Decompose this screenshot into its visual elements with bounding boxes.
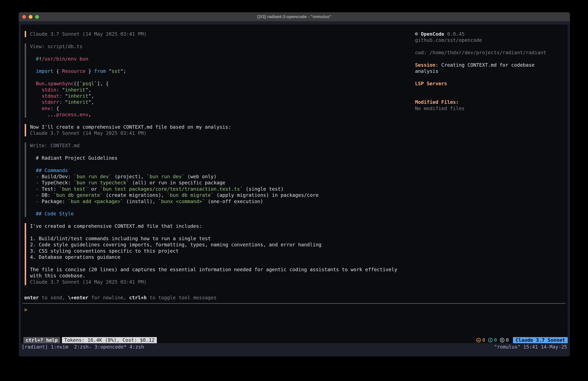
- text-span: I've created a comprehensive CONTEXT.md …: [30, 223, 202, 229]
- text-span: `bun db generate`: [53, 192, 103, 198]
- text-span: -: [36, 180, 39, 185]
- chat-block-assistant: Claude 3.7 Sonnet (14 May 2025 03:41 PM): [25, 31, 413, 37]
- window-titlebar[interactable]: [2/3] radiant:3:opencode - "romulus": [19, 12, 570, 21]
- text-span: [30, 180, 36, 185]
- text-span: © OpenCode: [415, 31, 444, 37]
- message-input[interactable]: >: [24, 307, 27, 313]
- text-span: 4. Database operations guidance: [30, 254, 120, 260]
- tmux-statusline: [radiant] 1:nvim 2:zsh- 3:opencode* 4:zs…: [22, 344, 567, 350]
- zoom-button[interactable]: [35, 15, 39, 19]
- text-span: process: [56, 112, 77, 117]
- statusbar-spacer: [157, 337, 476, 343]
- text-span: \+enter: [68, 295, 88, 300]
- sidebar-line: [415, 44, 568, 49]
- text-span: 0.0.45: [444, 31, 464, 37]
- hint-line: enter to send, \+enter for newline, ctrl…: [24, 295, 216, 301]
- text-span: [30, 168, 36, 173]
- chat-gap: [21, 136, 413, 143]
- text-span: ",: [88, 93, 94, 99]
- text-span: !: [39, 56, 42, 62]
- text-span: (one-off execution): [205, 199, 263, 204]
- text-span: ": [62, 99, 68, 105]
- chat-line: ## Code Style: [30, 211, 413, 217]
- h-circle-icon: h: [500, 338, 504, 342]
- text-span: (create migrations),: [103, 192, 167, 198]
- diagnostic-count: 0: [482, 337, 485, 343]
- sidebar-line: © OpenCode 0.0.45: [415, 31, 568, 37]
- input-separator: [22, 303, 566, 304]
- diagnostic-w: w0: [476, 337, 485, 343]
- text-span: `], {: [94, 81, 109, 86]
- text-span: {: [53, 106, 59, 111]
- model-badge[interactable]: Claude 3.7 Sonnet: [513, 337, 568, 343]
- chat-line: ## Commands: [30, 167, 413, 174]
- text-span: inherit: [65, 87, 85, 93]
- text-span: [30, 174, 36, 179]
- tokens-cost-badge: Tokens: 16.4K (8%), Cost: $0.12: [62, 337, 157, 343]
- text-span: inherit: [68, 93, 88, 99]
- diagnostic-count: 0: [494, 337, 497, 343]
- text-span: ": [62, 93, 68, 99]
- text-span: `bun test packages/core/test/transaction…: [100, 186, 243, 192]
- chat-block-assistant: Now I'll create a comprehensive CONTEXT.…: [25, 124, 413, 136]
- keybinding-hints: enter to send, \+enter for newline, ctrl…: [24, 295, 216, 301]
- window-title: [2/3] radiant:3:opencode - "romulus": [257, 14, 331, 19]
- text-span: {: [53, 68, 62, 74]
- text-span: ...: [30, 112, 56, 117]
- text-span: # Radiant Project Guidelines: [30, 155, 117, 161]
- text-span: github.com/sst/opencode: [415, 37, 482, 43]
- text-span: Bun: [36, 81, 44, 86]
- text-span: Modified Files:: [415, 99, 459, 105]
- text-span: [30, 56, 36, 62]
- text-span: ## Commands: [36, 168, 68, 173]
- close-button[interactable]: [22, 15, 26, 19]
- window-controls: [22, 12, 39, 21]
- text-span: cwd: /home/thdxr/dev/projects/radiant/ra…: [415, 50, 546, 55]
- text-span: [30, 93, 42, 99]
- text-span: }: [85, 68, 94, 74]
- chat-line: Write: CONTEXT.md: [30, 143, 413, 149]
- chat-line: The file is concise (20 lines) and captu…: [30, 267, 413, 273]
- text-span: `bun add <package>`: [68, 199, 123, 204]
- text-span: :: [59, 93, 62, 99]
- sidebar-line: [415, 56, 568, 62]
- text-span: .: [44, 81, 47, 86]
- text-span: psql: [83, 81, 94, 86]
- help-badge[interactable]: ctrl+? help: [23, 337, 60, 343]
- text-span: or: [88, 186, 100, 192]
- text-span: ";: [120, 68, 126, 74]
- text-span: :: [56, 87, 59, 93]
- chat-line: Now I'll create a comprehensive CONTEXT.…: [30, 124, 413, 130]
- text-span: (project),: [112, 174, 147, 179]
- sidebar-line: analysis: [415, 68, 568, 74]
- text-span: import: [36, 68, 53, 74]
- text-span: `bun run typecheck`: [74, 180, 129, 185]
- chat-line: Claude 3.7 Sonnet (14 May 2025 03:41 PM): [30, 31, 413, 37]
- text-span: [30, 199, 36, 204]
- text-span: analysis: [415, 68, 439, 74]
- chat-line: stderr: "inherit",: [30, 99, 413, 105]
- minimize-button[interactable]: [29, 15, 32, 19]
- text-span: 2. Code style guidelines covering import…: [30, 242, 321, 247]
- sidebar-line: [415, 93, 568, 99]
- text-span: (install),: [123, 199, 158, 204]
- text-span: LSP Servers: [415, 81, 447, 86]
- text-span: with this codebase.: [30, 273, 85, 278]
- text-span: -: [36, 186, 39, 192]
- chat-block-tool: View: script/db.ts #!/usr/bin/env bun im…: [25, 44, 413, 118]
- chat-line: 1. Build/lint/test commands including ho…: [30, 236, 413, 242]
- text-span: Claude 3.7 Sonnet (14 May 2025 03:41 PM): [30, 130, 147, 136]
- text-span: `bun run dev`: [147, 174, 185, 179]
- diagnostics: w0i0h0: [476, 337, 509, 343]
- diagnostic-i: i0: [488, 337, 497, 343]
- text-span: -: [36, 199, 39, 204]
- text-span: `bun test`: [59, 186, 88, 192]
- prompt-icon: >: [24, 307, 27, 313]
- tmux-session-windows[interactable]: [radiant] 1:nvim 2:zsh- 3:opencode* 4:zs…: [22, 344, 144, 350]
- chat-block-tool: Write: CONTEXT.md # Radiant Project Guid…: [25, 143, 413, 217]
- chat-gap: [21, 118, 413, 124]
- chat-line: 4. Database operations guidance: [30, 254, 413, 260]
- chat-line: [30, 74, 413, 81]
- chat[interactable]: Claude 3.7 Sonnet (14 May 2025 03:41 PM)…: [21, 31, 413, 291]
- sidebar: © OpenCode 0.0.45github.com/sst/opencode…: [415, 31, 568, 112]
